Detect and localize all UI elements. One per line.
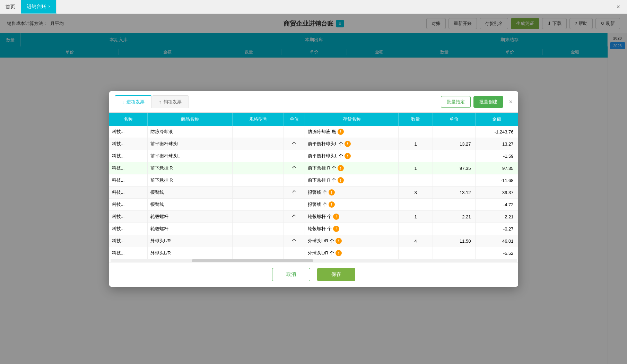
cell-inventory: 报警线 个!: [305, 187, 399, 199]
tab-out-invoice[interactable]: ↑ 销项发票: [152, 95, 189, 108]
cell-product: 轮毂螺杆: [147, 223, 233, 235]
modal-close-button[interactable]: ×: [509, 99, 513, 105]
cell-inventory: 前平衡杆球头L 个!: [305, 138, 399, 150]
cell-unit: [284, 126, 305, 138]
cell-inventory: 外球头L/R 个!: [305, 247, 399, 259]
modal-header: ↓ 进项发票 ↑ 销项发票 批量指定 批量创建 ×: [109, 91, 518, 113]
cell-quantity: 3: [399, 187, 433, 199]
cell-price: 2.21: [433, 211, 475, 223]
col-unit-header: 单位: [284, 113, 305, 126]
cell-amount: 2.21: [475, 211, 518, 223]
cell-product: 前平衡杆球头L: [147, 138, 233, 150]
cell-product: 轮毂螺杆: [147, 211, 233, 223]
cell-product: 前下悬挂 R: [147, 162, 233, 174]
cell-amount: -1,243.76: [475, 126, 518, 138]
modal-footer: 取消 保存: [109, 262, 518, 287]
cell-unit: 个: [284, 211, 305, 223]
cancel-button[interactable]: 取消: [272, 268, 310, 281]
table-row: 科技... 外球头L/R 外球头L/R 个! -5.52: [109, 247, 518, 259]
window-close-btn[interactable]: ×: [610, 0, 627, 14]
out-invoice-icon: ↑: [159, 99, 162, 105]
cell-name: 科技...: [109, 235, 148, 247]
table-row: 科技... 前下悬挂 R 前下悬挂 R 个! -11.68: [109, 174, 518, 187]
cell-inventory: 报警线 个!: [305, 199, 399, 211]
cell-price: [433, 247, 475, 259]
modal-scrollbar[interactable]: [111, 259, 517, 262]
cell-amount: -11.68: [475, 174, 518, 187]
cell-amount: 97.35: [475, 162, 518, 174]
main-area: 销售成本计算方法： 月平均 商贸企业进销台账 ≡ 对账 重新开账 存货别名 生成…: [0, 14, 627, 364]
tab-in-invoice[interactable]: ↓ 进项发票: [115, 95, 152, 108]
cell-product: 防冻冷却液: [147, 126, 233, 138]
table-row: 科技... 轮毂螺杆 个 轮毂螺杆 个! 1 2.21 2.21: [109, 211, 518, 223]
cell-name: 科技...: [109, 199, 148, 211]
cell-name: 科技...: [109, 223, 148, 235]
cell-name: 科技...: [109, 211, 148, 223]
cell-price: [433, 150, 475, 162]
table-row: 科技... 报警线 报警线 个! -4.72: [109, 199, 518, 211]
cell-amount: -0.27: [475, 223, 518, 235]
cell-quantity: 1: [399, 162, 433, 174]
cell-spec: [233, 235, 284, 247]
warning-icon: !: [336, 250, 342, 256]
cell-spec: [233, 138, 284, 150]
batch-create-button[interactable]: 批量创建: [473, 96, 503, 108]
cell-amount: -1.59: [475, 150, 518, 162]
tab-current[interactable]: 进销台账 ×: [21, 0, 56, 14]
table-header-row: 名称 商品名称 规格型号 单位 存货名称 数量 单价 金额: [109, 113, 518, 126]
warning-icon: !: [345, 141, 351, 147]
modal-scrollbar-thumb: [192, 259, 314, 262]
table-row: 科技... 防冻冷却液 防冻冷却液 瓶! -1,243.76: [109, 126, 518, 138]
cell-product: 报警线: [147, 199, 233, 211]
cell-product: 前下悬挂 R: [147, 174, 233, 187]
cell-unit: [284, 199, 305, 211]
cell-price: 13.12: [433, 187, 475, 199]
cell-product: 报警线: [147, 187, 233, 199]
cell-unit: 个: [284, 235, 305, 247]
table-row: 科技... 前平衡杆球头L 前平衡杆球头L 个! -1.59: [109, 150, 518, 162]
cell-quantity: 1: [399, 211, 433, 223]
cell-quantity: [399, 199, 433, 211]
modal-overlay: ↓ 进项发票 ↑ 销项发票 批量指定 批量创建 ×: [0, 14, 627, 364]
modal-table-container[interactable]: 名称 商品名称 规格型号 单位 存货名称 数量 单价 金额 科技... 防冻冷却…: [109, 113, 518, 259]
cell-amount: -4.72: [475, 199, 518, 211]
warning-icon: !: [336, 238, 342, 244]
warning-icon: !: [329, 189, 335, 196]
cell-price: [433, 199, 475, 211]
col-product-header: 商品名称: [147, 113, 233, 126]
cell-inventory: 前下悬挂 R 个!: [305, 162, 399, 174]
cell-unit: 个: [284, 138, 305, 150]
table-row: 科技... 轮毂螺杆 轮毂螺杆 个! -0.27: [109, 223, 518, 235]
table-row: 科技... 前下悬挂 R 个 前下悬挂 R 个! 1 97.35 97.35: [109, 162, 518, 174]
cell-quantity: [399, 126, 433, 138]
cell-quantity: 4: [399, 235, 433, 247]
tab-close-btn[interactable]: ×: [48, 4, 51, 9]
cell-unit: [284, 223, 305, 235]
cell-unit: 个: [284, 162, 305, 174]
tab-home[interactable]: 首页: [0, 0, 21, 14]
cell-name: 科技...: [109, 126, 148, 138]
cell-unit: 个: [284, 187, 305, 199]
batch-assign-button[interactable]: 批量指定: [441, 96, 471, 108]
cell-product: 外球头L/R: [147, 247, 233, 259]
save-button[interactable]: 保存: [317, 268, 355, 281]
cell-name: 科技...: [109, 162, 148, 174]
warning-icon: !: [345, 153, 351, 159]
cell-price: [433, 174, 475, 187]
warning-icon: !: [329, 201, 335, 208]
cell-amount: -5.52: [475, 247, 518, 259]
cell-spec: [233, 162, 284, 174]
cell-unit: [284, 247, 305, 259]
cell-price: [433, 126, 475, 138]
cell-quantity: [399, 150, 433, 162]
modal-header-buttons: 批量指定 批量创建: [441, 96, 503, 108]
cell-inventory: 轮毂螺杆 个!: [305, 211, 399, 223]
table-row: 科技... 报警线 个 报警线 个! 3 13.12 39.37: [109, 187, 518, 199]
warning-icon: !: [333, 214, 339, 220]
warning-icon: !: [338, 129, 344, 135]
col-amount-header: 金额: [475, 113, 518, 126]
cell-price: 13.27: [433, 138, 475, 150]
cell-product: 前平衡杆球头L: [147, 150, 233, 162]
cell-spec: [233, 247, 284, 259]
cell-inventory: 前平衡杆球头L 个!: [305, 150, 399, 162]
